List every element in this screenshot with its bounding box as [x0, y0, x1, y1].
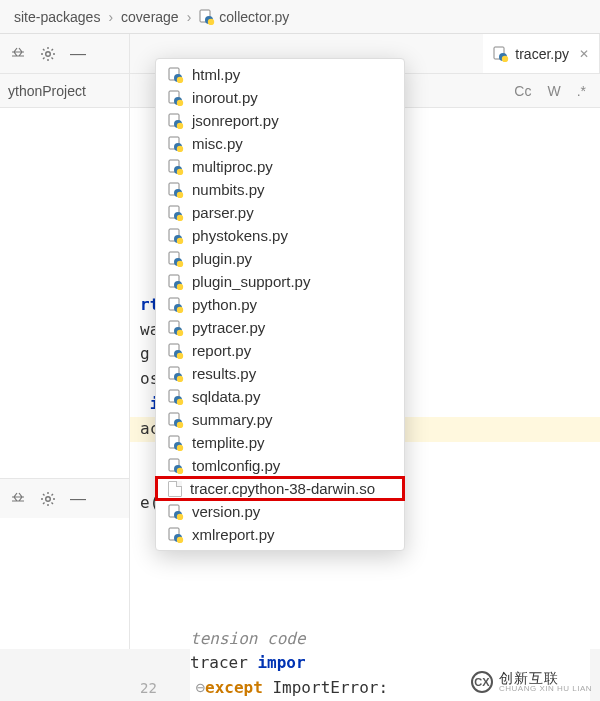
svg-point-19	[177, 145, 183, 151]
breadcrumb-file[interactable]: collector.py	[197, 9, 291, 25]
dropdown-item[interactable]: multiproc.py	[156, 155, 404, 178]
structure-toolbar-bottom: —	[0, 478, 130, 518]
svg-point-64	[177, 513, 183, 519]
python-file-icon	[168, 113, 184, 129]
regex-toggle[interactable]: .*	[577, 83, 586, 99]
watermark: CX 创新互联 CHUANG XIN HU LIAN	[471, 671, 592, 693]
whole-word-toggle[interactable]: W	[547, 83, 560, 99]
dropdown-item[interactable]: summary.py	[156, 408, 404, 431]
dropdown-item-label: plugin.py	[192, 250, 252, 267]
svg-point-43	[177, 329, 183, 335]
breadcrumb: site-packages › coverage › collector.py	[0, 0, 600, 34]
structure-pane[interactable]	[0, 108, 130, 649]
dropdown-item[interactable]: html.py	[156, 63, 404, 86]
python-file-icon	[168, 205, 184, 221]
python-file-icon	[168, 435, 184, 451]
dropdown-item[interactable]: pytracer.py	[156, 316, 404, 339]
dropdown-item[interactable]: xmlreport.py	[156, 523, 404, 546]
python-file-icon	[168, 389, 184, 405]
gear-icon[interactable]	[40, 46, 56, 62]
editor-tab[interactable]: tracer.py ✕	[483, 34, 600, 73]
python-file-icon	[168, 228, 184, 244]
dropdown-item-label: plugin_support.py	[192, 273, 310, 290]
svg-point-13	[177, 99, 183, 105]
close-icon[interactable]: ✕	[579, 47, 589, 61]
dropdown-item-label: html.py	[192, 66, 240, 83]
svg-point-52	[177, 398, 183, 404]
dropdown-item-label: report.py	[192, 342, 251, 359]
python-file-icon	[168, 90, 184, 106]
minimize-icon[interactable]: —	[70, 490, 86, 508]
dropdown-item[interactable]: plugin_support.py	[156, 270, 404, 293]
chevron-right-icon: ›	[108, 9, 113, 25]
dropdown-item-label: python.py	[192, 296, 257, 313]
python-file-icon	[168, 67, 184, 83]
dropdown-item-label: phystokens.py	[192, 227, 288, 244]
svg-point-6	[502, 55, 508, 61]
svg-point-46	[177, 352, 183, 358]
dropdown-item[interactable]: jsonreport.py	[156, 109, 404, 132]
dropdown-item-label: numbits.py	[192, 181, 265, 198]
svg-point-3	[46, 51, 51, 56]
gear-icon[interactable]	[40, 491, 56, 507]
dropdown-item-label: tracer.cpython-38-darwin.so	[190, 480, 375, 497]
dropdown-item-label: parser.py	[192, 204, 254, 221]
python-file-icon	[168, 297, 184, 313]
svg-point-2	[208, 18, 214, 24]
dropdown-item[interactable]: python.py	[156, 293, 404, 316]
dropdown-item[interactable]: numbits.py	[156, 178, 404, 201]
svg-point-40	[177, 306, 183, 312]
svg-point-67	[177, 536, 183, 542]
watermark-logo-icon: CX	[471, 671, 493, 693]
tab-label: tracer.py	[515, 46, 569, 62]
python-file-icon	[168, 274, 184, 290]
expand-all-icon[interactable]	[10, 491, 26, 507]
dropdown-item[interactable]: tomlconfig.py	[156, 454, 404, 477]
chevron-right-icon: ›	[187, 9, 192, 25]
python-file-icon	[168, 412, 184, 428]
structure-toolbar: —	[0, 34, 130, 73]
dropdown-item-label: templite.py	[192, 434, 265, 451]
dropdown-item-label: misc.py	[192, 135, 243, 152]
svg-point-37	[177, 283, 183, 289]
dropdown-item-label: tomlconfig.py	[192, 457, 280, 474]
dropdown-item[interactable]: version.py	[156, 500, 404, 523]
dropdown-item-label: multiproc.py	[192, 158, 273, 175]
dropdown-item[interactable]: report.py	[156, 339, 404, 362]
svg-point-7	[46, 496, 51, 501]
dropdown-item[interactable]: plugin.py	[156, 247, 404, 270]
python-file-icon	[168, 251, 184, 267]
dropdown-item[interactable]: inorout.py	[156, 86, 404, 109]
dropdown-item[interactable]: results.py	[156, 362, 404, 385]
python-file-icon	[168, 159, 184, 175]
dropdown-item[interactable]: templite.py	[156, 431, 404, 454]
dropdown-item-label: xmlreport.py	[192, 526, 275, 543]
dropdown-item[interactable]: phystokens.py	[156, 224, 404, 247]
file-dropdown[interactable]: html.pyinorout.pyjsonreport.pymisc.pymul…	[155, 58, 405, 551]
python-file-icon	[168, 458, 184, 474]
expand-all-icon[interactable]	[10, 46, 26, 62]
match-case-toggle[interactable]: Cc	[514, 83, 531, 99]
dropdown-item[interactable]: misc.py	[156, 132, 404, 155]
svg-point-22	[177, 168, 183, 174]
svg-point-49	[177, 375, 183, 381]
svg-point-16	[177, 122, 183, 128]
dropdown-item[interactable]: tracer.cpython-38-darwin.so	[156, 477, 404, 500]
dropdown-item[interactable]: parser.py	[156, 201, 404, 224]
svg-point-55	[177, 421, 183, 427]
python-file-icon	[168, 136, 184, 152]
dropdown-item-label: sqldata.py	[192, 388, 260, 405]
dropdown-item[interactable]: sqldata.py	[156, 385, 404, 408]
breadcrumb-item[interactable]: coverage	[119, 9, 181, 25]
dropdown-item-label: results.py	[192, 365, 256, 382]
dropdown-item-label: jsonreport.py	[192, 112, 279, 129]
dropdown-item-label: summary.py	[192, 411, 273, 428]
svg-point-28	[177, 214, 183, 220]
breadcrumb-item[interactable]: site-packages	[12, 9, 102, 25]
minimize-icon[interactable]: —	[70, 45, 86, 63]
dropdown-item-label: pytracer.py	[192, 319, 265, 336]
dropdown-item-label: inorout.py	[192, 89, 258, 106]
python-file-icon	[168, 504, 184, 520]
svg-point-31	[177, 237, 183, 243]
project-name[interactable]: ythonProject	[0, 74, 130, 107]
